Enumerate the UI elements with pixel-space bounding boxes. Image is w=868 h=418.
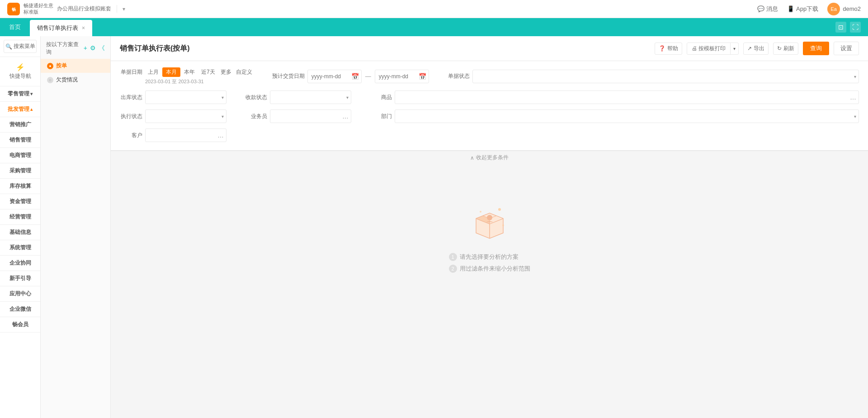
date-range-text: 2023-03-01 至 2023-03-31: [145, 79, 204, 84]
sidebar-item-operation[interactable]: 经营管理: [0, 209, 40, 225]
top-bar-right: 💬 消息 📱 App下载 Ea demo2: [757, 3, 861, 15]
date-filter-group: 单据日期 上月 本月 本年 近7天 更多 自定义 2023-03-01 至 20…: [120, 67, 254, 85]
sidebar-item-inventory[interactable]: 库存核算: [0, 179, 40, 194]
goods-more-icon[interactable]: …: [850, 94, 856, 101]
goods-input[interactable]: [395, 90, 859, 104]
sidebar-item-member[interactable]: 畅会员: [0, 317, 40, 332]
sidebar-item-marketing[interactable]: 营销推广: [0, 117, 40, 133]
collapse-left-panel-button[interactable]: 《: [99, 44, 105, 52]
sidebar-item-wholesale[interactable]: 批发管理 ▴: [0, 102, 40, 117]
calendar-start-icon[interactable]: 📅: [351, 73, 359, 80]
help-icon: ❓: [659, 45, 665, 52]
template-print-main[interactable]: 🖨 按模板打印: [687, 43, 731, 54]
box-svg: [467, 200, 512, 246]
breadcrumb-area: ▾: [123, 6, 125, 12]
salesperson-label: 业务员: [245, 113, 267, 120]
search-button[interactable]: 查询: [803, 42, 829, 55]
more-date-btn[interactable]: 更多: [219, 67, 233, 77]
tab-close-icon[interactable]: ×: [82, 25, 85, 31]
quick-nav-icon: ⚡: [16, 63, 25, 71]
sidebar-item-appstore[interactable]: 应用中心: [0, 286, 40, 302]
expected-date-group: 预计交货日期 📅 — 📅: [272, 70, 429, 83]
this-year-btn[interactable]: 本年: [181, 67, 198, 77]
salesperson-more-icon[interactable]: …: [342, 113, 349, 120]
help-button[interactable]: ❓ 帮助: [655, 43, 682, 55]
tab-home[interactable]: 首页: [0, 18, 30, 36]
sidebar-item-quick-nav[interactable]: ⚡ 快捷导航: [0, 60, 40, 83]
svg-point-9: [487, 215, 492, 220]
sidebar-item-finance[interactable]: 资金管理: [0, 194, 40, 209]
message-button[interactable]: 💬 消息: [757, 5, 778, 13]
custom-date-btn[interactable]: 自定义: [234, 67, 254, 77]
calendar-end-icon[interactable]: 📅: [419, 73, 426, 80]
customer-input[interactable]: [145, 128, 226, 142]
left-panel-item-debt[interactable]: ○ 欠货情况: [41, 73, 110, 87]
empty-state: 1 请先选择要分析的方案 2 用过滤条件来缩小分析范围: [111, 164, 868, 309]
sidebar-item-newbie[interactable]: 新手引导: [0, 271, 40, 286]
sidebar: 🔍 搜索菜单 ⚡ 快捷导航 零售管理 ▾ 批发管理 ▴ 营销推广 销售管理 电商…: [0, 36, 41, 418]
collection-group: 收款状态 ▾: [245, 90, 351, 104]
tab-bar-actions: ⊡ ⛶: [835, 22, 861, 33]
sidebar-item-purchase[interactable]: 采购管理: [0, 163, 40, 179]
logo-text: 畅捷通好生意 标准版: [24, 3, 53, 14]
tab-maximize-button[interactable]: ⛶: [850, 22, 861, 33]
order-dot: ●: [47, 63, 53, 69]
sidebar-item-wechat[interactable]: 企业微信: [0, 302, 40, 317]
template-print-arrow[interactable]: ▾: [731, 44, 738, 53]
execution-select[interactable]: [145, 109, 226, 123]
status-select[interactable]: [472, 70, 859, 83]
left-panel-header: 按以下方案查询 + ⚙ 《: [41, 36, 110, 59]
date-separator: —: [364, 73, 372, 80]
warehouse-select[interactable]: [145, 90, 226, 104]
collection-select[interactable]: [270, 90, 351, 104]
app-download-button[interactable]: 📱 App下载: [787, 5, 818, 13]
sidebar-item-ecommerce[interactable]: 电商管理: [0, 148, 40, 163]
user-menu[interactable]: Ea demo2: [827, 3, 861, 15]
sidebar-item-basic[interactable]: 基础信息: [0, 225, 40, 240]
expected-date-end-wrap: 📅: [375, 70, 429, 83]
collapse-filter-button[interactable]: ∧ 收起更多条件: [111, 151, 868, 164]
salesperson-group: 业务员 …: [245, 109, 351, 123]
breadcrumb-arrow[interactable]: ▾: [123, 6, 125, 12]
expected-date-label: 预计交货日期: [272, 72, 305, 80]
status-select-wrap: ▾: [472, 70, 859, 83]
last-month-btn[interactable]: 上月: [145, 67, 161, 77]
add-scheme-button[interactable]: +: [84, 44, 87, 52]
message-icon: 💬: [757, 5, 764, 12]
filter-row-3: 执行状态 ▾ 业务员 … 部门: [120, 109, 859, 123]
warehouse-select-wrap: ▾: [145, 90, 226, 104]
last7days-btn[interactable]: 近7天: [198, 67, 218, 77]
execution-select-wrap: ▾: [145, 109, 226, 123]
sidebar-item-system[interactable]: 系统管理: [0, 240, 40, 256]
page-header: 销售订单执行表(按单) ❓ 帮助 🖨 按模板打印 ▾ ↗ 导出: [111, 36, 868, 61]
export-button[interactable]: ↗ 导出: [743, 43, 769, 55]
warehouse-group: 出库状态 ▾: [120, 90, 226, 104]
tab-sales-order[interactable]: 销售订单执行表 ×: [30, 20, 92, 36]
tab-bar: 首页 销售订单执行表 × ⊡ ⛶: [0, 18, 868, 36]
customer-more-icon[interactable]: …: [217, 132, 224, 139]
date-quick-buttons: 上月 本月 本年 近7天 更多 自定义: [145, 67, 254, 77]
department-select[interactable]: [395, 109, 859, 123]
department-select-wrap: ▾: [395, 109, 859, 123]
current-month-btn[interactable]: 本月: [162, 67, 180, 77]
department-label: 部门: [369, 113, 392, 120]
sidebar-item-sales[interactable]: 销售管理: [0, 133, 40, 148]
empty-illustration: [467, 200, 512, 246]
settings-scheme-button[interactable]: ⚙: [90, 44, 96, 52]
refresh-button[interactable]: ↻ 刷新: [773, 43, 798, 55]
customer-group: 客户 …: [120, 128, 226, 142]
sidebar-search-button[interactable]: 🔍 搜索菜单: [4, 40, 37, 53]
sidebar-item-enterprise[interactable]: 企业协同: [0, 256, 40, 271]
salesperson-input[interactable]: [270, 109, 351, 123]
tab-restore-button[interactable]: ⊡: [835, 22, 846, 33]
svg-point-6: [498, 208, 501, 211]
svg-point-7: [480, 211, 481, 213]
refresh-icon: ↻: [777, 45, 782, 52]
filter-row-4: 客户 …: [120, 128, 859, 142]
settings-button[interactable]: 设置: [834, 42, 859, 55]
empty-hints: 1 请先选择要分析的方案 2 用过滤条件来缩小分析范围: [449, 253, 530, 273]
collection-label: 收款状态: [245, 94, 267, 101]
sidebar-item-retail[interactable]: 零售管理 ▾: [0, 86, 40, 102]
left-panel-item-order[interactable]: ● 按单: [41, 59, 110, 73]
main-layout: 🔍 搜索菜单 ⚡ 快捷导航 零售管理 ▾ 批发管理 ▴ 营销推广 销售管理 电商…: [0, 36, 868, 418]
